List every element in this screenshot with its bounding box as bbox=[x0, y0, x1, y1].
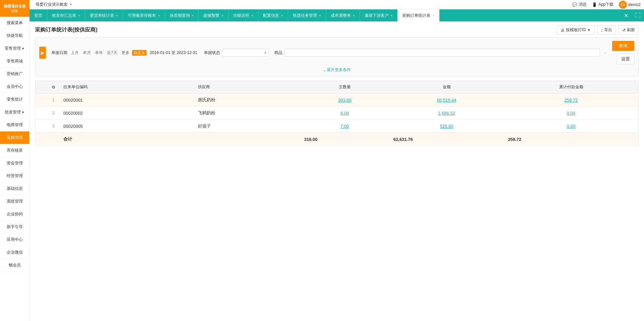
settings-button[interactable]: 设置 bbox=[617, 54, 634, 64]
cell-qty-2[interactable]: 7.00 bbox=[300, 120, 389, 133]
goods-input[interactable] bbox=[284, 49, 600, 57]
cell-amount-2[interactable]: 525.80 bbox=[389, 120, 504, 133]
refresh-label: 刷新 bbox=[627, 27, 635, 33]
tab-6[interactable]: 功能说明× bbox=[228, 9, 258, 21]
tab-7[interactable]: 配置信息× bbox=[258, 9, 288, 21]
cell-no-0: 1 bbox=[47, 94, 59, 107]
sidebar-item-18[interactable]: 企业微信 bbox=[0, 246, 29, 259]
tab-close-10[interactable]: × bbox=[391, 14, 393, 17]
cell-supplier-0: 惠氏奶粉 bbox=[194, 94, 300, 107]
tab-close-5[interactable]: × bbox=[221, 14, 223, 17]
tab-3[interactable]: 可用量库存账本× bbox=[123, 9, 165, 21]
workspace-dropdown-icon: ▼ bbox=[69, 3, 72, 6]
shortcut-prev-month[interactable]: 上月 bbox=[69, 49, 80, 56]
tab-10[interactable]: 邀请下游客户× bbox=[360, 9, 398, 21]
tab-5[interactable]: 超储预警× bbox=[199, 9, 228, 21]
table-row[interactable]: 1 00020001 惠氏奶粉 303.00 60,519.44 259.72 bbox=[35, 94, 638, 107]
sidebar-item-12[interactable]: 经营管理 bbox=[0, 170, 29, 182]
workspace-label: 母婴行业演示账套 bbox=[36, 2, 68, 7]
tab-8[interactable]: 拣货任务管理× bbox=[288, 9, 326, 21]
sidebar-item-6[interactable]: 零售统计 bbox=[0, 93, 29, 106]
page-title: 采购订单统计表(按供应商) bbox=[35, 26, 98, 34]
maximize-button[interactable]: ⛶ bbox=[632, 9, 644, 21]
sidebar-item-4[interactable]: 营销推广 bbox=[0, 68, 29, 81]
sidebar-item-5[interactable]: 会员中心 bbox=[0, 81, 29, 93]
tab-label-9: 成本调整单 bbox=[331, 13, 351, 18]
tab-close-2[interactable]: × bbox=[116, 14, 118, 17]
tab-close-4[interactable]: × bbox=[192, 14, 194, 17]
tab-9[interactable]: 成本调整单× bbox=[326, 9, 360, 21]
table-row[interactable]: 3 00020005 好孩子 7.00 525.80 0.00 bbox=[35, 120, 638, 133]
export-label: 导出 bbox=[604, 27, 612, 33]
workspace-selector[interactable]: 母婴行业演示账套 ▼ bbox=[33, 2, 75, 7]
tab-2[interactable]: 要货单统计表× bbox=[85, 9, 123, 21]
tab-close-3[interactable]: × bbox=[158, 14, 160, 17]
tab-close-9[interactable]: × bbox=[353, 14, 355, 17]
goods-more-icon[interactable]: ··· bbox=[603, 50, 607, 55]
sidebar-item-13[interactable]: 基础信息 bbox=[0, 182, 29, 195]
status-label: 单据状态 bbox=[204, 50, 220, 56]
sidebar-item-10[interactable]: 库存核算 bbox=[0, 144, 29, 157]
shortcut-this-month[interactable]: 本月 bbox=[82, 49, 92, 56]
col-qty-header: 主数量 bbox=[300, 81, 389, 94]
col-settings-header[interactable]: ⚙ bbox=[47, 81, 59, 94]
page-actions: 🖨 按模板打印 ▼ ↓ 导出 ↺ 刷新 bbox=[557, 25, 639, 35]
app-download-button[interactable]: 📱 App下载 bbox=[592, 2, 613, 7]
cell-qty-0[interactable]: 303.00 bbox=[300, 94, 389, 107]
sidebar-item-19[interactable]: 畅会员 bbox=[0, 259, 29, 272]
sidebar-item-8[interactable]: 电商管理 bbox=[0, 119, 29, 131]
user-menu[interactable]: Ea demo2 bbox=[619, 1, 641, 9]
cell-paid-0[interactable]: 259.72 bbox=[504, 94, 638, 107]
cell-paid-1[interactable]: 0.00 bbox=[504, 107, 638, 120]
cell-amount-1[interactable]: 1,586.52 bbox=[389, 107, 504, 120]
status-select[interactable] bbox=[222, 49, 269, 57]
shortcut-custom[interactable]: 自定义 bbox=[132, 50, 147, 56]
query-button[interactable]: 查询 bbox=[612, 41, 634, 51]
sidebar-item-15[interactable]: 企业协同 bbox=[0, 208, 29, 221]
sidebar-item-2[interactable]: 零售管理▼ bbox=[0, 42, 29, 55]
tab-1[interactable]: 收发存汇总表× bbox=[47, 9, 85, 21]
sidebar-item-11[interactable]: 资金管理 bbox=[0, 157, 29, 170]
sidebar-item-16[interactable]: 新手引导 bbox=[0, 221, 29, 233]
col-expand-header bbox=[35, 81, 47, 94]
date-to: 2023-12-31 bbox=[177, 50, 197, 55]
sidebar-item-7[interactable]: 批发管理▼ bbox=[0, 106, 29, 119]
filter-area: ▶ 单据日期 上月 本月 本年 近7天 更多 自定义 2016-01-01 至 bbox=[35, 37, 639, 76]
tab-close-8[interactable]: × bbox=[319, 14, 321, 17]
sidebar-item-9[interactable]: 采购管理 bbox=[0, 131, 29, 144]
footer-label: 合计 bbox=[59, 133, 194, 146]
filter-collapse-btn[interactable]: ▶ bbox=[39, 47, 46, 59]
tab-close-7[interactable]: × bbox=[281, 14, 283, 17]
tab-4[interactable]: 保质期查询× bbox=[165, 9, 199, 21]
sidebar-item-17[interactable]: 应用中心 bbox=[0, 233, 29, 246]
expand-conditions-btn[interactable]: ⌄ 展开更多条件 bbox=[323, 67, 351, 73]
tab-11[interactable]: 采购订单统计表× bbox=[397, 9, 439, 21]
table-row[interactable]: 2 00020002 飞鹤奶粉 6.00 1,586.52 0.00 bbox=[35, 107, 638, 120]
shortcut-7days[interactable]: 近7天 bbox=[106, 49, 119, 56]
sidebar-item-1[interactable]: 快捷导航 bbox=[0, 30, 29, 42]
topbar: 母婴行业演示账套 ▼ 💬 消息 📱 App下载 Ea demo2 bbox=[30, 0, 644, 9]
tab-close-6[interactable]: × bbox=[251, 14, 253, 17]
sidebar-item-arrow-7: ▼ bbox=[21, 111, 24, 114]
shortcut-more[interactable]: 更多 bbox=[120, 49, 131, 56]
export-button[interactable]: ↓ 导出 bbox=[597, 25, 616, 35]
print-button[interactable]: 🖨 按模板打印 ▼ bbox=[557, 25, 594, 35]
message-label: 消息 bbox=[579, 2, 587, 7]
date-range: 2016-01-01 至 2023-12-31 bbox=[150, 50, 197, 56]
cell-qty-1[interactable]: 6.00 bbox=[300, 107, 389, 120]
data-table-container: ⚙ 往来单位编码 供应商 主数量 金额 累计付款金额 1 00020001 惠氏… bbox=[35, 81, 639, 146]
sidebar-item-14[interactable]: 系统管理 bbox=[0, 195, 29, 208]
tab-close-1[interactable]: × bbox=[78, 14, 80, 17]
tab-close-11[interactable]: × bbox=[432, 14, 434, 17]
sidebar-item-0[interactable]: 搜索菜单 bbox=[0, 17, 29, 30]
sidebar-item-3[interactable]: 零售商城 bbox=[0, 55, 29, 68]
shortcut-this-year[interactable]: 本年 bbox=[94, 49, 104, 56]
cell-paid-2[interactable]: 0.00 bbox=[504, 120, 638, 133]
message-button[interactable]: 💬 消息 bbox=[572, 2, 587, 7]
cell-amount-0[interactable]: 60,519.44 bbox=[389, 94, 504, 107]
refresh-button[interactable]: ↺ 刷新 bbox=[619, 25, 639, 35]
logo-text: 畅捷通好生意标版 bbox=[4, 4, 26, 13]
close-tab-button[interactable]: ✕ bbox=[620, 9, 632, 21]
tab-0[interactable]: 首页 bbox=[30, 9, 47, 21]
query-buttons: 查询 设置 bbox=[612, 41, 634, 64]
